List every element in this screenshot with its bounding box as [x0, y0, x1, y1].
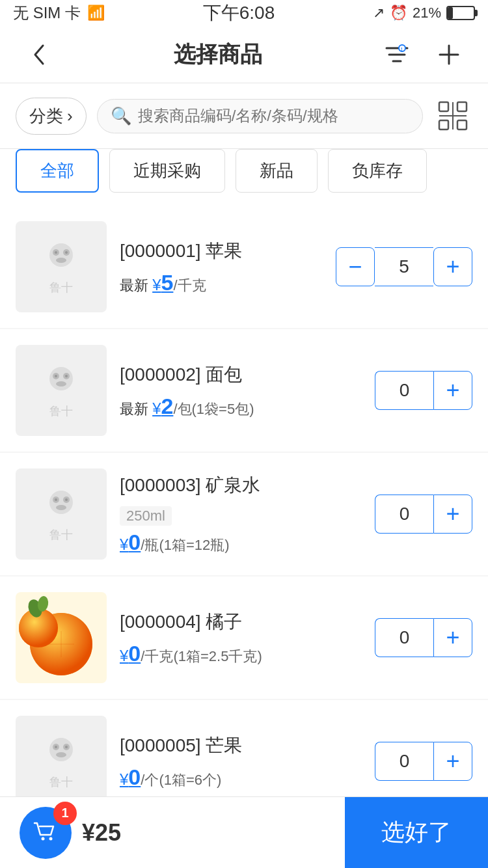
- category-button[interactable]: 分类 ›: [16, 98, 87, 135]
- quantity-input[interactable]: [375, 742, 433, 781]
- product-item: 鲁十 [0000003] 矿泉水 250ml ¥0/瓶(1箱=12瓶) +: [0, 453, 488, 575]
- cart-badge: 1: [53, 802, 77, 825]
- svg-point-13: [49, 243, 73, 267]
- product-name: [0000005] 芒果: [120, 733, 362, 758]
- battery-percent: 21%: [413, 5, 441, 21]
- product-image: 鲁十: [16, 221, 107, 312]
- nav-right: !: [377, 35, 468, 74]
- back-button[interactable]: [20, 35, 59, 74]
- alarm-icon: ⏰: [390, 5, 407, 21]
- quantity-input[interactable]: [375, 247, 433, 286]
- status-right: ↗ ⏰ 21%: [373, 5, 475, 21]
- quantity-control: − +: [336, 247, 472, 286]
- product-price: ¥0/瓶(1箱=12瓶): [120, 530, 362, 555]
- svg-point-29: [65, 498, 68, 501]
- product-spec: 250ml: [120, 506, 172, 526]
- quantity-input[interactable]: [375, 371, 433, 410]
- increase-button[interactable]: +: [433, 247, 472, 286]
- svg-point-18: [56, 258, 66, 263]
- product-info: [0000002] 面包 最新 ¥2/包(1袋=5包): [120, 362, 362, 419]
- product-info: [0000003] 矿泉水 250ml ¥0/瓶(1箱=12瓶): [120, 473, 362, 555]
- product-image: 鲁十: [16, 468, 107, 560]
- svg-point-22: [55, 375, 57, 377]
- svg-point-43: [65, 746, 68, 748]
- quantity-control: +: [375, 742, 472, 781]
- location-icon: ↗: [373, 5, 385, 21]
- tab-new[interactable]: 新品: [236, 149, 318, 193]
- increase-button[interactable]: +: [433, 495, 472, 534]
- decrease-button[interactable]: −: [336, 247, 375, 286]
- svg-point-19: [49, 367, 73, 390]
- search-box[interactable]: 🔍: [97, 99, 423, 133]
- svg-point-30: [56, 505, 66, 510]
- product-item: 鲁十 [0000001] 苹果 最新 ¥5/千克 − +: [0, 206, 488, 328]
- increase-button[interactable]: +: [433, 742, 472, 781]
- svg-point-25: [49, 491, 73, 514]
- svg-point-56: [42, 837, 45, 840]
- quantity-control: +: [375, 371, 472, 410]
- tabs-bar: 全部 近期采购 新品 负库存: [0, 149, 488, 206]
- increase-button[interactable]: +: [433, 371, 472, 410]
- svg-point-17: [65, 251, 68, 254]
- product-image: [16, 592, 107, 683]
- quantity-control: +: [375, 618, 472, 657]
- product-name: [0000003] 矿泉水: [120, 473, 362, 498]
- product-name: [0000004] 橘子: [120, 610, 362, 634]
- product-image: 鲁十: [16, 716, 107, 807]
- product-price: 最新 ¥2/包(1袋=5包): [120, 394, 362, 419]
- svg-point-39: [49, 738, 73, 761]
- svg-text:!: !: [401, 46, 403, 52]
- carrier-text: 无 SIM 卡: [13, 3, 81, 23]
- increase-button[interactable]: +: [433, 618, 472, 657]
- product-info: [0000005] 芒果 ¥0/个(1箱=6个): [120, 733, 362, 790]
- product-price: ¥0/千克(1箱=2.5千克): [120, 641, 362, 666]
- nav-bar: 选择商品 !: [0, 26, 488, 83]
- search-input[interactable]: [138, 107, 409, 125]
- cart-button[interactable]: 1: [20, 807, 72, 859]
- tab-negative[interactable]: 负库存: [328, 149, 427, 193]
- quantity-control: +: [375, 495, 472, 534]
- page-title: 选择商品: [174, 40, 262, 70]
- product-item: 鲁十 [0000002] 面包 最新 ¥2/包(1袋=5包) +: [0, 329, 488, 452]
- cart-area: 1 ¥25: [0, 807, 345, 859]
- tab-all[interactable]: 全部: [16, 149, 99, 193]
- svg-point-28: [55, 498, 57, 501]
- category-label: 分类: [29, 105, 63, 128]
- product-info: [0000001] 苹果 最新 ¥5/千克: [120, 239, 323, 295]
- add-button[interactable]: [429, 35, 468, 74]
- battery-icon: [446, 6, 475, 20]
- product-price: 最新 ¥5/千克: [120, 270, 323, 295]
- category-chevron: ›: [67, 106, 73, 126]
- product-name: [0000002] 面包: [120, 362, 362, 387]
- status-bar: 无 SIM 卡 📶 下午6:08 ↗ ⏰ 21%: [0, 0, 488, 26]
- svg-rect-9: [457, 102, 467, 111]
- svg-point-42: [55, 746, 57, 748]
- filter-bar: 分类 › 🔍: [0, 83, 488, 149]
- svg-rect-8: [439, 120, 448, 129]
- wifi-icon: 📶: [87, 5, 105, 21]
- svg-point-57: [49, 837, 53, 840]
- svg-point-16: [55, 251, 57, 254]
- nav-left: [20, 35, 59, 74]
- quantity-input[interactable]: [375, 618, 433, 657]
- bottom-bar: 1 ¥25 选好了: [0, 796, 488, 868]
- scan-button[interactable]: [433, 96, 472, 135]
- svg-rect-12: [457, 120, 467, 129]
- checkout-button[interactable]: 选好了: [345, 797, 488, 869]
- search-icon: 🔍: [111, 106, 131, 126]
- svg-rect-7: [439, 102, 448, 111]
- product-price: ¥0/个(1箱=6个): [120, 765, 362, 790]
- tab-recent[interactable]: 近期采购: [109, 149, 225, 193]
- filter-icon-button[interactable]: !: [377, 35, 416, 74]
- product-item: [0000004] 橘子 ¥0/千克(1箱=2.5千克) +: [0, 576, 488, 699]
- status-left: 无 SIM 卡 📶: [13, 3, 105, 23]
- svg-point-23: [65, 375, 68, 377]
- cart-total: ¥25: [82, 819, 121, 847]
- svg-point-24: [56, 381, 66, 387]
- product-name: [0000001] 苹果: [120, 239, 323, 264]
- status-time: 下午6:08: [203, 1, 275, 25]
- svg-point-44: [56, 752, 66, 757]
- quantity-input[interactable]: [375, 495, 433, 534]
- product-info: [0000004] 橘子 ¥0/千克(1箱=2.5千克): [120, 610, 362, 666]
- product-image: 鲁十: [16, 345, 107, 436]
